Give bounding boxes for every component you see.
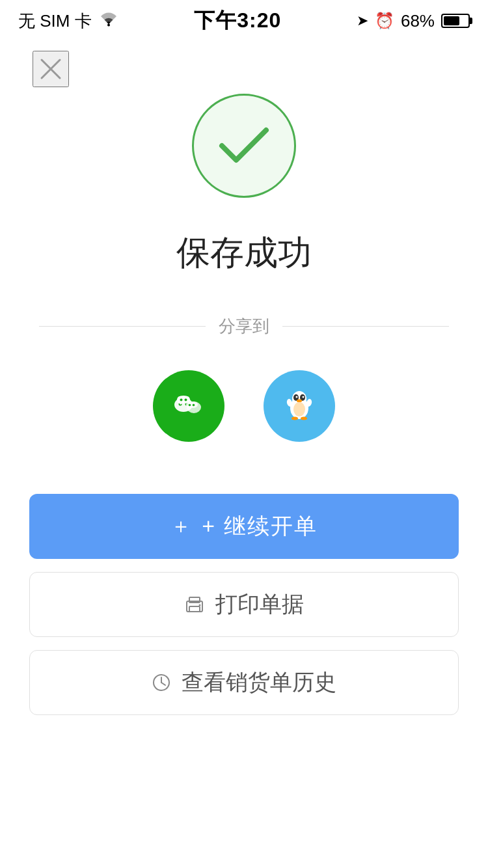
svg-point-19	[297, 400, 302, 403]
share-divider: 分享到	[0, 315, 488, 338]
svg-point-0	[107, 23, 110, 26]
clock-icon	[152, 673, 171, 692]
qq-icon	[279, 386, 319, 426]
history-button[interactable]: 查看销货单历史	[29, 650, 459, 715]
svg-point-21	[291, 417, 298, 420]
print-button[interactable]: 打印单据	[29, 572, 459, 637]
svg-point-28	[199, 604, 201, 606]
checkmark-icon	[218, 126, 270, 165]
status-right: ➤ ⏰ 68%	[357, 11, 470, 31]
svg-rect-27	[189, 606, 200, 612]
plus-icon: ＋	[170, 512, 191, 541]
status-time: 下午3:20	[194, 7, 281, 35]
svg-line-31	[161, 683, 165, 685]
svg-point-22	[301, 417, 307, 420]
action-buttons: ＋ + 继续开单 打印单据 查看销货单	[29, 494, 459, 715]
qq-share-button[interactable]	[264, 370, 335, 442]
main-content: 保存成功 分享到	[0, 42, 488, 715]
close-button[interactable]	[33, 51, 69, 87]
print-label: 打印单据	[215, 590, 304, 619]
continue-order-button[interactable]: ＋ + 继续开单	[29, 494, 459, 559]
carrier-text: 无 SIM 卡	[18, 10, 92, 33]
svg-point-12	[193, 404, 195, 407]
share-label: 分享到	[206, 315, 282, 338]
location-icon: ➤	[357, 12, 368, 29]
battery-text: 68%	[401, 11, 435, 31]
divider-left	[39, 326, 206, 327]
status-bar: 无 SIM 卡 下午3:20 ➤ ⏰ 68%	[0, 0, 488, 42]
status-left: 无 SIM 卡	[18, 10, 119, 33]
svg-point-10	[185, 399, 187, 401]
wechat-share-button[interactable]	[153, 370, 224, 442]
battery-icon	[441, 14, 470, 28]
alarm-icon: ⏰	[375, 12, 394, 30]
success-circle	[192, 94, 296, 198]
continue-order-label: + 继续开单	[202, 511, 317, 541]
printer-icon	[184, 595, 205, 614]
history-label: 查看销货单历史	[182, 668, 336, 698]
success-title: 保存成功	[176, 230, 312, 276]
wechat-icon	[169, 387, 208, 426]
share-icons	[153, 370, 335, 442]
svg-point-9	[180, 399, 183, 401]
svg-point-20	[293, 402, 305, 416]
svg-point-18	[303, 396, 305, 398]
divider-right	[282, 326, 449, 327]
svg-point-17	[296, 396, 298, 398]
svg-point-11	[189, 404, 191, 407]
battery-fill	[444, 16, 459, 25]
wifi-icon	[98, 11, 119, 31]
